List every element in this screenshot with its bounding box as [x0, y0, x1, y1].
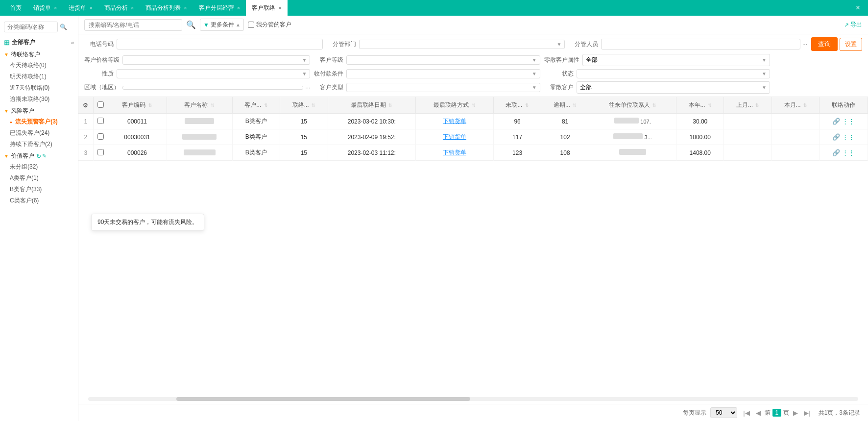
row-checkbox[interactable]: [97, 133, 104, 140]
more-conditions-btn[interactable]: ▼ 更多条件 ▲: [200, 19, 244, 31]
row-checkbox[interactable]: [97, 149, 104, 155]
cell-last-method[interactable]: 下销货单: [416, 145, 494, 161]
window-close-icon[interactable]: ×: [852, 3, 864, 12]
pager-prev-btn[interactable]: ◀: [754, 409, 763, 417]
filter-customer-type-select[interactable]: ▼: [346, 83, 540, 92]
sidebar-item-ungroup[interactable]: 未分组(32): [0, 161, 78, 173]
th-overdue[interactable]: 逾期... ⇅: [541, 97, 589, 114]
th-contacts[interactable]: 联络... ⇅: [280, 97, 328, 114]
arrow-icon-risk: ▼: [4, 108, 9, 114]
nav-item-sales[interactable]: 销货单 ×: [27, 0, 63, 16]
th-settings[interactable]: ⚙: [78, 97, 93, 114]
action-menu-icon[interactable]: ⋮⋮: [842, 118, 855, 125]
th-contact-person[interactable]: 往来单位联系人 ⇅: [589, 97, 676, 114]
action-link-icon[interactable]: 🔗: [832, 133, 840, 141]
edit-icon-value[interactable]: ✎: [42, 153, 47, 159]
th-type[interactable]: 客户... ⇅: [232, 97, 280, 114]
nav-item-purchase[interactable]: 进货单 ×: [63, 0, 98, 16]
sidebar-group-pending[interactable]: ▼ 待联络客户: [0, 49, 78, 60]
my-customers-checkbox[interactable]: [248, 22, 254, 28]
settings-icon[interactable]: ⚙: [83, 102, 88, 109]
export-button[interactable]: ↗ 导出: [844, 21, 862, 29]
th-name[interactable]: 客户名称 ⇅: [167, 97, 232, 114]
th-this-month[interactable]: 本月... ⇅: [772, 97, 819, 114]
cell-last-method[interactable]: 下销货单: [416, 129, 494, 145]
th-unlink[interactable]: 未联... ⇅: [493, 97, 541, 114]
sidebar-item-class-b[interactable]: B类客户(33): [0, 184, 78, 195]
th-checkbox[interactable]: [93, 97, 108, 114]
sidebar-item-declining[interactable]: 持续下滑客户(2): [0, 139, 78, 150]
close-icon-purchase[interactable]: ×: [89, 5, 92, 11]
filter-phone-input[interactable]: [117, 39, 323, 50]
filter-dept-select[interactable]: ▼: [359, 40, 565, 49]
filter-search-input[interactable]: [84, 19, 182, 31]
close-icon-analysis-list[interactable]: ×: [184, 5, 187, 11]
filter-retail-select[interactable]: 全部 ▼: [577, 81, 770, 94]
sidebar-item-class-c[interactable]: C类客户(6): [0, 195, 78, 206]
sidebar-search-input[interactable]: [4, 22, 58, 32]
filter-retail-attr-select[interactable]: 全部 ▼: [582, 54, 770, 66]
nav-item-home[interactable]: 首页: [4, 0, 27, 16]
sidebar-all-customers[interactable]: ⊞ 全部客户 «: [0, 36, 78, 49]
filter-status-select[interactable]: ▼: [577, 69, 770, 78]
nav-item-customer-tier[interactable]: 客户分层经营 ×: [193, 0, 246, 16]
sidebar-search-icon[interactable]: 🔍: [60, 24, 67, 30]
action-link-icon[interactable]: 🔗: [832, 149, 840, 156]
th-last-month[interactable]: 上月... ⇅: [724, 97, 772, 114]
filter-region-select[interactable]: [122, 86, 303, 90]
filter-nature-select[interactable]: ▼: [117, 69, 310, 78]
table-scrollbar[interactable]: [88, 397, 858, 401]
settings-button[interactable]: 设置: [840, 38, 862, 51]
filter-price-level-select[interactable]: ▼: [122, 55, 310, 65]
filter-person-input[interactable]: [601, 39, 800, 50]
filter-customer-level-select[interactable]: ▼: [346, 55, 540, 65]
filter-search-icon[interactable]: 🔍: [186, 20, 196, 29]
filter-customer-type-arrow: ▼: [532, 85, 537, 90]
sidebar-item-churn-warning[interactable]: 流失预警客户(3): [0, 116, 78, 127]
th-last-method[interactable]: 最后联络方式 ⇅: [416, 97, 494, 114]
refresh-icon-value[interactable]: ↻: [36, 153, 41, 160]
close-icon-sales[interactable]: ×: [54, 5, 57, 11]
select-all-checkbox[interactable]: [97, 101, 104, 108]
cell-checkbox[interactable]: [93, 114, 108, 129]
cell-checkbox[interactable]: [93, 145, 108, 161]
sidebar-item-churned[interactable]: 已流失客户(24): [0, 127, 78, 139]
table-scrollbar-thumb[interactable]: [176, 397, 470, 401]
cell-contacts: 15: [280, 129, 328, 145]
sidebar-item-7days[interactable]: 近7天待联络(0): [0, 82, 78, 94]
action-menu-icon[interactable]: ⋮⋮: [842, 149, 855, 156]
sidebar-item-overdue[interactable]: 逾期未联络(30): [0, 94, 78, 105]
action-link-icon[interactable]: 🔗: [832, 118, 840, 125]
th-this-year[interactable]: 本年... ⇅: [676, 97, 724, 114]
filter-person-more-icon[interactable]: ···: [802, 41, 807, 48]
nav-item-analysis-list[interactable]: 商品分析列表 ×: [140, 0, 193, 16]
sidebar-item-today[interactable]: 今天待联络(0): [0, 60, 78, 71]
sidebar-group-value[interactable]: ▼ 价值客户 ↻ ✎: [0, 150, 78, 161]
sort-icon-last-date: ⇅: [388, 103, 392, 108]
pager-first-btn[interactable]: |◀: [741, 409, 751, 417]
my-customers-filter[interactable]: 我分管的客户: [248, 21, 291, 29]
nav-item-analysis[interactable]: 商品分析 ×: [98, 0, 140, 16]
cell-checkbox[interactable]: [93, 129, 108, 145]
cell-name: blurred3: [167, 145, 232, 161]
action-menu-icon[interactable]: ⋮⋮: [842, 133, 855, 141]
sidebar-item-class-a[interactable]: A类客户(1): [0, 173, 78, 184]
sidebar-group-risk[interactable]: ▼ 风险客户: [0, 105, 78, 116]
pager-last-btn[interactable]: ▶|: [802, 409, 812, 417]
collapse-icon[interactable]: «: [71, 40, 74, 46]
nav-item-customer-contact[interactable]: 客户联络 ×: [246, 0, 287, 16]
close-icon-customer-tier[interactable]: ×: [237, 5, 240, 11]
row-checkbox[interactable]: [97, 118, 104, 124]
per-page-select[interactable]: 50 100 200: [710, 407, 737, 418]
filter-payment-select[interactable]: ▼: [346, 69, 540, 78]
close-icon-customer-contact[interactable]: ×: [278, 5, 281, 11]
cell-last-method[interactable]: 下销货单: [416, 114, 494, 129]
close-icon-analysis[interactable]: ×: [131, 5, 134, 11]
query-button[interactable]: 查询: [811, 37, 838, 51]
sidebar-item-tomorrow[interactable]: 明天待联络(1): [0, 71, 78, 82]
pager-next-btn[interactable]: ▶: [791, 409, 800, 417]
tooltip-churn-risk: 90天未交易的客户，可能有流失风险。: [91, 214, 204, 231]
th-code[interactable]: 客户编码 ⇅: [108, 97, 167, 114]
filter-region-more-icon[interactable]: ···: [305, 84, 310, 91]
th-last-date[interactable]: 最后联络日期 ⇅: [328, 97, 415, 114]
